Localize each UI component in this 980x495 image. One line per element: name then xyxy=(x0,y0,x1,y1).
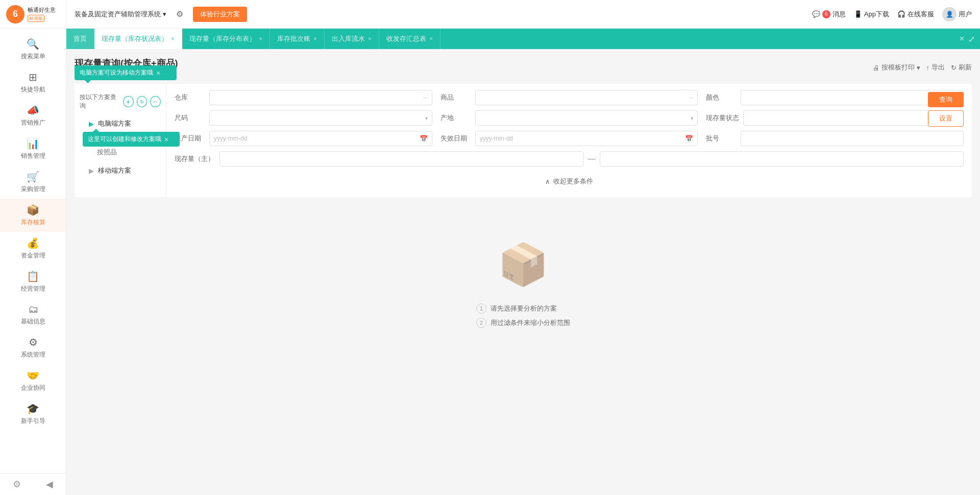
operations-icon: 📋 xyxy=(27,270,39,282)
schema-group-pc: ▶ 电脑端方案 这里可以创建和修改方案哦 × 按照品 按照品 xyxy=(83,114,166,161)
sidebar-item-marketing[interactable]: 📣 营销推广 xyxy=(0,99,66,132)
schema-mobile-label: 移动端方案 xyxy=(98,166,131,175)
schema-item-1[interactable]: 按照品 xyxy=(83,145,166,159)
online-service-btn[interactable]: 🎧 在线客服 xyxy=(897,10,934,19)
inventory-status-label: 现存量状态 xyxy=(706,113,739,123)
marketing-icon: 📣 xyxy=(27,104,39,116)
origin-select[interactable]: ▾ xyxy=(475,110,698,126)
goods-select[interactable]: ··· xyxy=(475,90,698,105)
brand-badge: 标准版 xyxy=(28,15,44,22)
logo-text: 畅通好生意 标准版 xyxy=(28,6,56,22)
sidebar-item-inventory[interactable]: 📦 库存核算 xyxy=(0,199,66,232)
arrow-btn[interactable]: ← xyxy=(150,96,161,107)
tab-close-all-btn[interactable]: × xyxy=(960,34,964,43)
sidebar-label-marketing: 营销推广 xyxy=(21,119,45,127)
tab-home[interactable]: 首页 xyxy=(66,29,94,49)
quantity-to-input[interactable] xyxy=(600,151,964,167)
sidebar-label-system: 系统管理 xyxy=(21,350,45,359)
sidebar-item-guide[interactable]: ⊞ 快捷导航 xyxy=(0,66,66,99)
sidebar-label-finance: 资金管理 xyxy=(21,251,45,260)
produce-date-input[interactable]: yyyy-mm-dd 📅 xyxy=(209,131,432,146)
schema-mobile-header[interactable]: ▶ 移动端方案 xyxy=(83,163,166,178)
tab-in-out-flow[interactable]: 出入库流水 × xyxy=(325,29,379,49)
color-label: 颜色 xyxy=(706,93,737,102)
warehouse-select[interactable]: ··· xyxy=(209,90,432,105)
tooltip2-close[interactable]: × xyxy=(164,135,168,144)
guide-icon: ⊞ xyxy=(29,71,37,83)
collapse-more-btn[interactable]: ∧ 收起更多条件 xyxy=(175,172,964,191)
phone-icon: 📱 xyxy=(854,10,862,18)
logo-icon: 6 xyxy=(6,5,24,23)
chevron-down-icon: ▾ xyxy=(163,10,166,18)
export-label: 导出 xyxy=(932,63,945,72)
header-left: 装备及固定资产辅助管理系统 ▾ ⚙ 体验行业方案 xyxy=(75,7,247,22)
user-btn[interactable]: 👤 用户 xyxy=(942,7,972,21)
tab-close-inventory-status[interactable]: × xyxy=(171,35,175,42)
sidebar-label-inventory: 库存核算 xyxy=(21,218,45,227)
size-select[interactable]: ▾ xyxy=(209,110,432,126)
tab-collect-summary[interactable]: 收发存汇总表 × xyxy=(379,29,440,49)
add-scheme-btn[interactable]: + xyxy=(123,96,134,107)
sidebar-label-newbie: 新手引导 xyxy=(21,417,45,426)
tab-inventory-dist[interactable]: 现存量（库存分布表） × xyxy=(182,29,270,49)
inventory-icon: 📦 xyxy=(27,204,39,216)
step-1-text: 请先选择要分析的方案 xyxy=(491,304,557,313)
sidebar-item-search[interactable]: 🔍 搜索菜单 xyxy=(0,33,66,66)
empty-step-1: 1 请先选择要分析的方案 xyxy=(476,303,570,314)
filter-batch: 批号 xyxy=(706,131,964,146)
tab-close-flow[interactable]: × xyxy=(368,35,372,42)
tab-close-summary[interactable]: × xyxy=(429,35,433,42)
tab-expand-btn[interactable]: ⤢ xyxy=(968,34,975,44)
sidebar-item-finance[interactable]: 💰 资金管理 xyxy=(0,232,66,265)
system-name: 装备及固定资产辅助管理系统 xyxy=(75,10,161,19)
print-btn[interactable]: 🖨 按模板打印 ▾ xyxy=(873,63,920,72)
refresh-scheme-btn[interactable]: ↻ xyxy=(137,96,148,107)
tab-home-label: 首页 xyxy=(74,34,87,43)
tooltip-scheme: 电脑方案可设为移动方案哦 × xyxy=(75,65,177,80)
produce-date-icon: 📅 xyxy=(420,135,428,143)
header-settings-btn[interactable]: ⚙ xyxy=(173,7,187,21)
goods-label: 商品 xyxy=(440,93,471,102)
tab-close-batch[interactable]: × xyxy=(313,35,317,42)
reset-btn[interactable]: 设置 xyxy=(928,110,964,127)
step-2-text: 用过滤条件来缩小分析范围 xyxy=(491,318,570,327)
sidebar-item-operations[interactable]: 📋 经营管理 xyxy=(0,265,66,298)
settings-bottom-btn[interactable]: ⚙ xyxy=(13,479,21,490)
sidebar-label-basic: 基础信息 xyxy=(21,317,45,326)
trial-btn[interactable]: 体验行业方案 xyxy=(193,7,247,22)
sidebar-label-search: 搜索菜单 xyxy=(21,52,45,61)
tab-in-out-flow-label: 出入库流水 xyxy=(332,34,365,43)
sidebar-item-sales[interactable]: 📊 销售管理 xyxy=(0,132,66,166)
export-btn[interactable]: ↑ 导出 xyxy=(926,63,945,72)
tab-close-inventory-dist[interactable]: × xyxy=(259,35,262,42)
sidebar-label-purchase: 采购管理 xyxy=(21,185,45,194)
quantity-from-input[interactable] xyxy=(219,151,583,167)
empty-steps: 1 请先选择要分析的方案 2 用过滤条件来缩小分析范围 xyxy=(476,303,570,328)
tab-bar-actions: × ⤢ xyxy=(954,29,980,49)
schema-pc-header[interactable]: ▶ 电脑端方案 这里可以创建和修改方案哦 × xyxy=(83,116,166,131)
sidebar-item-basic[interactable]: 🗂 基础信息 xyxy=(0,298,66,331)
newbie-icon: 🎓 xyxy=(27,403,39,415)
message-badge: 6 xyxy=(822,10,830,18)
collapse-icon: ∧ xyxy=(545,178,550,185)
sidebar-item-purchase[interactable]: 🛒 采购管理 xyxy=(0,166,66,199)
collapse-btn[interactable]: ◀ xyxy=(46,479,53,490)
batch-input[interactable] xyxy=(741,131,964,146)
tooltip1-close[interactable]: × xyxy=(156,69,160,77)
tab-batch-account[interactable]: 库存批次账 × xyxy=(270,29,325,49)
sidebar-item-newbie[interactable]: 🎓 新手引导 xyxy=(0,397,66,431)
tab-batch-account-label: 库存批次账 xyxy=(277,34,310,43)
message-btn[interactable]: 💬 6 消息 xyxy=(812,10,846,19)
tab-inventory-status[interactable]: 现存量（库存状况表） × xyxy=(94,29,182,49)
refresh-btn[interactable]: ↻ 刷新 xyxy=(951,63,972,72)
system-select[interactable]: 装备及固定资产辅助管理系统 ▾ xyxy=(75,10,166,19)
expire-date-input[interactable]: yyyy-mm-dd 📅 xyxy=(475,131,698,146)
service-label: 在线客服 xyxy=(908,10,934,19)
app-download-btn[interactable]: 📱 App下载 xyxy=(854,10,889,19)
sidebar-item-system[interactable]: ⚙ 系统管理 xyxy=(0,331,66,364)
tab-bar: 首页 现存量（库存状况表） × 现存量（库存分布表） × 库存批次账 × 出入库… xyxy=(66,29,980,49)
sidebar-item-enterprise[interactable]: 🤝 企业协同 xyxy=(0,364,66,397)
query-btn[interactable]: 查询 xyxy=(928,92,964,107)
sidebar-label-operations: 经营管理 xyxy=(21,285,45,293)
print-dropdown-icon: ▾ xyxy=(917,64,920,72)
